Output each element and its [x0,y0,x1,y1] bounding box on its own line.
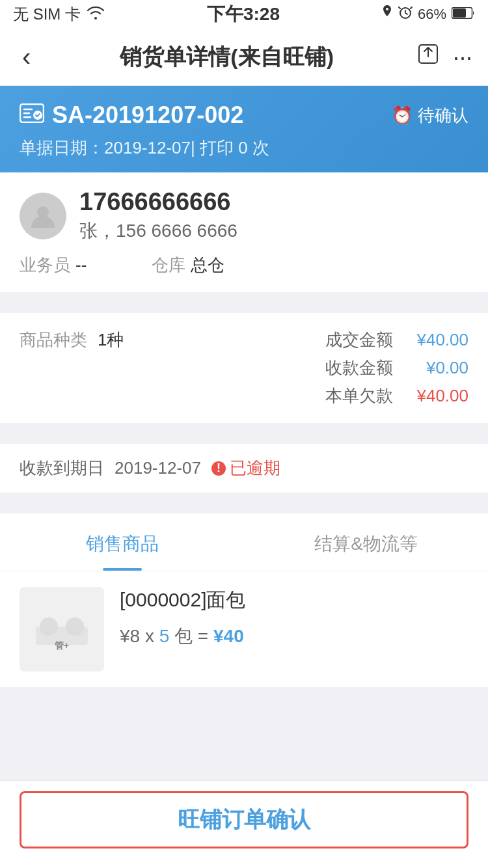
customer-name: 张，156 6666 6666 [79,219,237,243]
product-name: [0000002]面包 [120,587,468,614]
customer-phone: 17666666666 [79,188,237,216]
bottom-action-bar: 旺铺订单确认 [0,780,488,868]
due-label: 收款到期日 [20,457,104,480]
total-value: ¥40 [213,626,244,646]
divider-3 [0,503,488,513]
battery-icon [452,6,475,23]
page-title: 销货单详情(来自旺铺) [120,42,334,72]
status-right: 66% [381,5,475,23]
more-button[interactable]: ··· [453,44,472,71]
product-thumbnail: 管+ [20,587,104,671]
summary-card: 商品种类 1种 成交金额 ¥40.00 收款金额 ¥0.00 本单欠款 ¥40.… [0,313,488,423]
confirm-button[interactable]: 旺铺订单确认 [20,791,468,848]
nav-actions: ··· [416,42,472,72]
location-icon [381,5,393,23]
warehouse-value: 总仓 [191,254,224,277]
owed-value: ¥40.00 [403,386,468,406]
order-status-text: 待确认 [418,104,468,127]
order-date-row: 单据日期：2019-12-07| 打印 0 次 [20,137,468,159]
divider-1 [0,303,488,313]
equals: = [198,626,213,646]
qty-value: 5 [159,626,170,646]
tab-products-label: 销售商品 [86,534,159,554]
order-icon [20,102,44,129]
tab-settlement-label: 结算&物流等 [314,534,418,554]
status-bar: 无 SIM 卡 下午3:28 66% [0,0,488,29]
svg-rect-2 [453,8,466,18]
unit-value: 包 [174,626,193,646]
price-separator: x [145,626,159,646]
wifi-icon [86,5,105,23]
sales-value: -- [75,255,87,275]
status-clock-icon: ⏰ [392,105,413,126]
summary-right: 成交金额 ¥40.00 收款金额 ¥0.00 本单欠款 ¥40.00 [325,329,468,407]
no-sim-text: 无 SIM 卡 [13,4,81,25]
tabs-bar: 销售商品 结算&物流等 [0,513,488,571]
warehouse-label: 仓库 [152,254,185,277]
product-price: ¥8 x 5 包 = ¥40 [120,624,468,649]
due-date-value: 2019-12-07 [115,458,201,478]
order-status: ⏰ 待确认 [392,104,468,127]
tab-products[interactable]: 销售商品 [0,513,244,571]
battery-text: 66% [418,6,446,23]
type-value: 1种 [98,329,124,351]
product-card: 管+ [0000002]面包 ¥8 x 5 包 = ¥40 [0,571,488,687]
product-info: [0000002]面包 ¥8 x 5 包 = ¥40 [120,587,468,649]
print-info: | 打印 0 次 [191,138,269,157]
tab-settlement[interactable]: 结算&物流等 [244,513,488,571]
order-date-value: 2019-12-07 [104,138,191,157]
received-value: ¥0.00 [403,358,468,378]
divider-2 [0,433,488,444]
due-date-card: 收款到期日 2019-12-07 ! 已逾期 [0,444,488,493]
received-label: 收款金额 [325,357,393,379]
nav-bar: ‹ 销货单详情(来自旺铺) ··· [0,29,488,86]
status-left: 无 SIM 卡 [13,4,105,25]
amount-value: ¥40.00 [403,330,468,350]
amount-label: 成交金额 [325,329,393,351]
share-button[interactable] [416,42,440,72]
customer-meta: 业务员 -- 仓库 总仓 [20,254,468,277]
svg-text:管+: 管+ [55,640,69,651]
product-item: 管+ [0000002]面包 ¥8 x 5 包 = ¥40 [20,587,468,671]
overdue-text: 已逾期 [230,457,280,480]
avatar [20,193,66,239]
back-button[interactable]: ‹ [16,36,37,78]
alarm-icon [398,5,413,23]
overdue-icon: ! [211,461,226,476]
overdue-badge: ! 已逾期 [211,457,280,480]
type-label: 商品种类 [20,329,87,351]
price-value: ¥8 [120,626,140,646]
summary-left: 商品种类 1种 [20,329,124,351]
sales-label: 业务员 [20,254,70,277]
order-header: SA-20191207-002 ⏰ 待确认 单据日期：2019-12-07| 打… [0,86,488,172]
status-time: 下午3:28 [207,2,280,27]
order-id-text: SA-20191207-002 [52,102,243,129]
customer-card: 17666666666 张，156 6666 6666 业务员 -- 仓库 总仓 [0,172,488,292]
owed-label: 本单欠款 [325,385,393,407]
date-label: 单据日期： [20,138,104,157]
order-id-section: SA-20191207-002 [20,102,243,129]
due-date-section: 收款到期日 2019-12-07 ! 已逾期 [20,457,468,480]
